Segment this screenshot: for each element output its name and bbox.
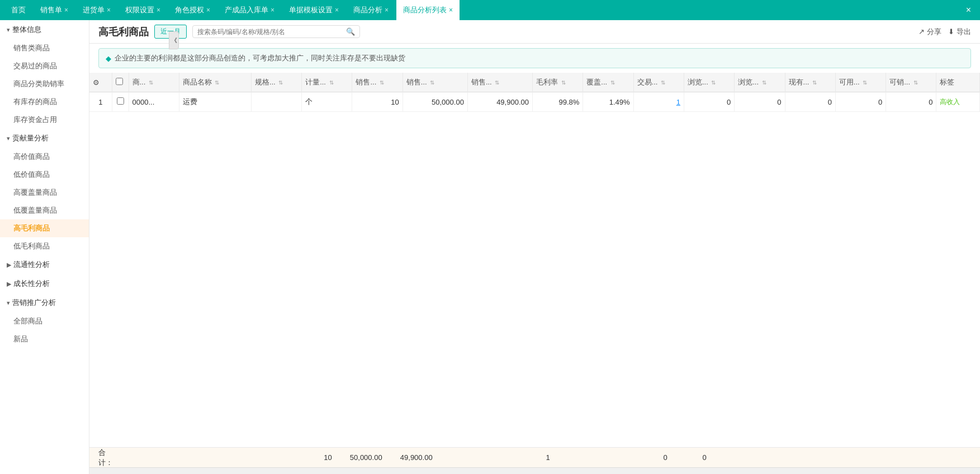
col-coverage[interactable]: 覆盖... ⇅ [583,73,633,92]
collapse-icon: 《 [171,36,177,45]
sort-icon-margin: ⇅ [561,79,566,86]
sidebar-section-marketing[interactable]: ▾ 营销推广分析 [0,293,89,312]
col-unit[interactable]: 计量... ⇅ [302,73,352,92]
info-banner: ◆ 企业的主要的利润都是这部分商品创造的，可考虑加大推广，同时关注库存是不要出现… [98,48,971,68]
nav-product-entry[interactable]: 产成品入库单 × [218,0,281,20]
sidebar-item-sales-goods[interactable]: 销售类商品 [0,39,89,57]
nav-roles[interactable]: 角色授权 × [168,0,217,20]
cell-current-stock: 0 [785,92,835,112]
sort-icon-transaction: ⇅ [661,79,665,86]
info-icon: ◆ [106,54,111,63]
sidebar-wrapper: ▾ 整体信息 销售类商品 交易过的商品 商品分类助销率 有库存的商品 库存资金占… [0,20,89,474]
nav-template[interactable]: 单据模板设置 × [282,0,345,20]
close-roles-tab[interactable]: × [206,0,210,20]
transaction-link[interactable]: 1 [676,98,680,106]
cell-code: 0000... [129,92,179,112]
nav-purchase[interactable]: 进货单 × [76,0,117,20]
sort-icon-name: ⇅ [215,79,219,86]
sidebar-item-low-coverage[interactable]: 低覆盖量商品 [0,201,89,219]
cell-transaction: 1 [633,92,684,112]
nav-sales[interactable]: 销售单 × [34,0,75,20]
cell-index: 1 [89,92,112,112]
col-saleable[interactable]: 可销... ⇅ [886,73,936,92]
footer-cells: 10 50,000.00 49,900.00 1 0 0 [129,453,971,462]
cell-sales-amount: 50,000.00 [403,92,467,112]
col-checkbox [112,73,129,92]
settings-icon[interactable]: ⚙ [93,78,100,87]
close-purchase-tab[interactable]: × [107,0,111,20]
close-sales-tab[interactable]: × [64,0,68,20]
nav-product-analysis-list[interactable]: 商品分析列表 × [396,0,460,20]
col-transaction[interactable]: 交易... ⇅ [633,73,684,92]
main-layout: ▾ 整体信息 销售类商品 交易过的商品 商品分类助销率 有库存的商品 库存资金占… [0,20,980,474]
sidebar-collapse-button[interactable]: 《 [169,31,179,49]
search-icon[interactable]: 🔍 [346,27,355,36]
nav-product-analysis[interactable]: 商品分析 × [347,0,395,20]
header-actions: ↗ 分享 ⬇ 导出 [919,27,971,37]
close-product-analysis-tab[interactable]: × [385,0,389,20]
col-index: ⚙ [89,73,112,92]
export-icon: ⬇ [948,27,954,36]
cell-coverage: 1.49% [583,92,633,112]
footer-qty: 10 [296,453,335,462]
sidebar-section-growth[interactable]: ▶ 成长性分析 [0,274,89,293]
select-all-checkbox[interactable] [116,78,123,85]
col-code[interactable]: 商... ⇅ [129,73,179,92]
sort-icon-amount: ⇅ [430,79,434,86]
close-product-analysis-list-tab[interactable]: × [449,0,453,20]
sort-icon-coverage: ⇅ [610,79,615,86]
sidebar-item-high-coverage[interactable]: 高覆盖量商品 [0,184,89,201]
sort-icon-code: ⇅ [149,79,153,86]
export-button[interactable]: ⬇ 导出 [948,27,971,37]
search-input[interactable] [197,28,343,36]
col-spec[interactable]: 规格... ⇅ [251,73,301,92]
sidebar-item-low-margin[interactable]: 低毛利商品 [0,237,89,255]
sidebar-item-low-value[interactable]: 低价值商品 [0,166,89,184]
sidebar-section-contribution[interactable]: ▾ 贡献量分析 [0,129,89,148]
cell-spec [251,92,301,112]
cell-unit: 个 [302,92,352,112]
row-checkbox[interactable] [117,97,124,105]
sidebar-item-traded-goods[interactable]: 交易过的商品 [0,57,89,75]
col-tag: 标签 [936,73,980,92]
col-browse2[interactable]: 浏览... ⇅ [735,73,785,92]
nav-permissions[interactable]: 权限设置 × [119,0,167,20]
cell-sales-qty: 10 [352,92,403,112]
sidebar-item-category-rate[interactable]: 商品分类助销率 [0,75,89,93]
footer-transaction: 1 [514,453,553,462]
close-permissions-tab[interactable]: × [157,0,160,20]
nav-home[interactable]: 首页 [4,0,32,20]
close-template-tab[interactable]: × [335,0,339,20]
sidebar-item-high-value[interactable]: 高价值商品 [0,148,89,166]
sort-icon-browse2: ⇅ [762,79,766,86]
sort-icon-browse1: ⇅ [711,79,716,86]
col-name[interactable]: 商品名称 ⇅ [179,73,251,92]
chevron-down-icon: ▾ [7,26,10,34]
close-main-button[interactable]: × [962,5,976,15]
sort-icon-profit: ⇅ [495,79,499,86]
horizontal-scrollbar[interactable] [89,467,980,474]
col-current-stock[interactable]: 现有... ⇅ [785,73,835,92]
footer-profit: 49,900.00 [386,453,436,462]
col-browse1[interactable]: 浏览... ⇅ [684,73,734,92]
table-header-row: ⚙ 商... ⇅ 商品名称 ⇅ [89,73,980,92]
sidebar: ▾ 整体信息 销售类商品 交易过的商品 商品分类助销率 有库存的商品 库存资金占… [0,20,89,474]
table-footer: 合计： 10 50,000.00 49,900.00 1 0 0 [89,447,980,467]
sidebar-section-circulation[interactable]: ▶ 流通性分析 [0,255,89,274]
chevron-right-icon: ▶ [7,261,11,269]
col-sales-profit[interactable]: 销售... ⇅ [467,73,532,92]
sidebar-item-new-goods[interactable]: 新品 [0,330,89,348]
page-title: 高毛利商品 [98,25,149,39]
sidebar-item-high-margin[interactable]: 高毛利商品 [0,219,89,237]
cell-browse2: 0 [735,92,785,112]
col-sales-qty[interactable]: 销售... ⇅ [352,73,403,92]
sidebar-section-overall[interactable]: ▾ 整体信息 [0,20,89,39]
sidebar-item-stock-capital[interactable]: 库存资金占用 [0,111,89,129]
sidebar-item-stocked-goods[interactable]: 有库存的商品 [0,93,89,111]
col-gross-margin[interactable]: 毛利率 ⇅ [532,73,583,92]
close-product-entry-tab[interactable]: × [271,0,274,20]
share-button[interactable]: ↗ 分享 [919,27,941,37]
col-available[interactable]: 可用... ⇅ [835,73,886,92]
sidebar-item-all-goods[interactable]: 全部商品 [0,312,89,330]
col-sales-amount[interactable]: 销售... ⇅ [403,73,467,92]
